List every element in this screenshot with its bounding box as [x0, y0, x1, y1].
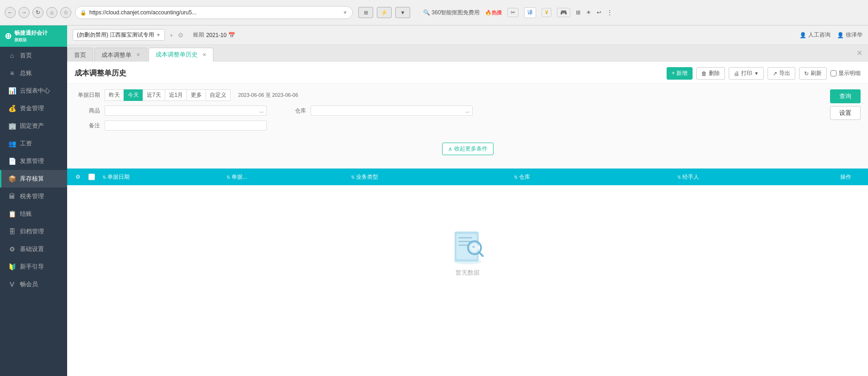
more-btn[interactable]: ⋮	[607, 9, 612, 16]
sidebar-item-closing[interactable]: 📋 结账	[0, 205, 67, 223]
filter-settings-btn[interactable]: 设置	[830, 106, 861, 120]
refresh-btn[interactable]: ↻	[32, 7, 44, 18]
show-cols-toggle[interactable]: 显示明细	[831, 69, 861, 77]
logo-text: 畅捷通好会计	[14, 29, 48, 37]
grid-btn[interactable]: ⊞	[358, 7, 373, 18]
export-btn[interactable]: ↗ 导出	[768, 67, 795, 80]
forward-btn[interactable]: →	[19, 7, 30, 18]
hot-search[interactable]: 🔥热搜	[485, 9, 502, 16]
money-btn[interactable]: ¥	[542, 8, 551, 17]
tab-home[interactable]: 首页	[67, 48, 93, 62]
warehouse-input[interactable]	[311, 106, 473, 116]
chevron-down-btn[interactable]: ▼	[395, 7, 410, 18]
th-checkbox[interactable]	[85, 174, 99, 180]
filter-area: 单据日期 昨天 今天 近7天 近1月 更多 自定义 2023-06-06 至 2…	[67, 84, 868, 169]
delete-btn[interactable]: 🗑 删除	[696, 67, 725, 80]
sidebar-item-label: 云报表中心	[20, 87, 50, 95]
sidebar-item-label: 总账	[20, 69, 32, 77]
tab-cost-adjust-label: 成本调整单	[101, 51, 131, 59]
empty-text: 暂无数据	[456, 269, 480, 277]
more-date-btn[interactable]: 更多	[187, 89, 206, 101]
7days-btn[interactable]: 近7天	[143, 89, 165, 101]
date-buttons: 昨天 今天 近7天 近1月 更多 自定义	[105, 89, 231, 101]
refresh-btn[interactable]: ↻ 刷新	[799, 67, 827, 80]
calendar-icon[interactable]: 📅	[228, 32, 235, 38]
sidebar-item-label: 发票管理	[20, 157, 44, 165]
period-value: 2021-10	[206, 32, 226, 38]
sidebar-item-payroll[interactable]: 👥 工资	[0, 135, 67, 152]
sort-icon: ⇅	[514, 175, 518, 180]
1month-btn[interactable]: 近1月	[165, 89, 187, 101]
collapse-btn[interactable]: ∧ 收起更多条件	[442, 143, 493, 155]
star-btn[interactable]: ☆	[60, 7, 71, 18]
th-biz-type[interactable]: ⇅ 业务类型	[347, 173, 510, 181]
table-container: ⚙ ⇅ 单据日期 ⇅ 单据... ⇅ 业务类型	[67, 169, 868, 314]
browser-chrome: ← → ↻ ⌂ ☆ 🔒 https://cloud.chanjet.com/ac…	[0, 0, 868, 25]
show-cols-checkbox[interactable]	[831, 70, 837, 76]
sidebar-item-label: 畅会员	[20, 280, 38, 288]
translate-btn[interactable]: 译	[524, 7, 536, 18]
brightness-btn[interactable]: ☀	[586, 9, 591, 16]
sidebar-item-invoice[interactable]: 📄 发票管理	[0, 152, 67, 170]
app-container: ⊕ 畅捷通好会计 旗舰版 ⌂ 首页 ≡ 总账 📊 云报表中心 💰 资金管理 🏢 …	[0, 25, 868, 376]
add-company-btn[interactable]: +	[169, 31, 173, 39]
sidebar-item-funds[interactable]: 💰 资金管理	[0, 100, 67, 117]
undo-btn[interactable]: ↩	[597, 9, 601, 16]
grid-apps-btn[interactable]: ⊞	[576, 9, 581, 16]
sidebar-item-home[interactable]: ⌂ 首页	[0, 47, 67, 64]
sidebar-item-vip[interactable]: V 畅会员	[0, 276, 67, 293]
header-checkbox[interactable]	[88, 174, 95, 180]
sidebar-item-inventory[interactable]: 📦 库存核算	[0, 170, 67, 188]
home-btn[interactable]: ⌂	[46, 7, 57, 18]
goods-warehouse-row: 商品 ... 仓库 ...	[75, 106, 821, 116]
tab-home-label: 首页	[74, 51, 86, 59]
goods-input[interactable]	[105, 106, 267, 116]
tab-cost-adjust[interactable]: 成本调整单 ✕	[94, 48, 147, 62]
yesterday-btn[interactable]: 昨天	[105, 89, 124, 101]
tab-cost-adjust-history[interactable]: 成本调整单历史 ✕	[149, 48, 213, 62]
query-btn[interactable]: 查询	[830, 89, 861, 103]
sidebar-item-reports[interactable]: 📊 云报表中心	[0, 82, 67, 100]
sidebar-item-label: 资金管理	[20, 104, 44, 113]
delete-icon: 🗑	[701, 70, 707, 77]
th-date[interactable]: ⇅ 单据日期	[99, 173, 223, 181]
company-selector[interactable]: (勿删勿禁用) 江西服宝测试专用 ▼	[73, 29, 165, 41]
remark-input[interactable]	[105, 120, 267, 131]
th-settings[interactable]: ⚙	[71, 174, 85, 180]
company-name: (勿删勿禁用) 江西服宝测试专用	[77, 31, 154, 39]
scissors-btn[interactable]: ✂	[507, 8, 518, 17]
tab-cost-adjust-close[interactable]: ✕	[136, 52, 140, 58]
user-info[interactable]: 👤 徐泽华	[837, 31, 862, 39]
address-bar[interactable]: 🔒 https://cloud.chanjet.com/accounting/u…	[75, 6, 353, 19]
print-dropdown-icon: ▼	[754, 71, 759, 76]
invoice-icon: 📄	[8, 157, 16, 165]
consult-btn[interactable]: 👤 人工咨询	[799, 31, 831, 39]
new-btn[interactable]: + 新增	[667, 67, 693, 80]
sidebar-item-label: 工资	[20, 139, 32, 148]
print-btn[interactable]: 🖨 打印 ▼	[729, 67, 764, 80]
custom-date-btn[interactable]: 自定义	[206, 89, 231, 101]
sidebar-logo[interactable]: ⊕ 畅捷通好会计 旗舰版	[0, 25, 67, 47]
empty-state: 暂无数据	[67, 185, 868, 314]
collapse-row: ∧ 收起更多条件	[75, 135, 861, 163]
back-btn[interactable]: ←	[5, 7, 16, 18]
th-num[interactable]: ⇅ 单据...	[223, 173, 347, 181]
settings-gear-icon[interactable]: ⚙	[178, 31, 184, 39]
table-header: ⚙ ⇅ 单据日期 ⇅ 单据... ⇅ 业务类型	[67, 169, 868, 185]
ledger-icon: ≡	[8, 69, 16, 77]
sidebar-item-guide[interactable]: 🔰 新手引导	[0, 258, 67, 276]
sidebar-item-archive[interactable]: 🗄 归档管理	[0, 223, 67, 240]
search-box[interactable]: 🔍 360智能抠图免费用	[423, 9, 480, 17]
th-handler[interactable]: ⇅ 经手人	[674, 173, 837, 181]
today-btn[interactable]: 今天	[124, 89, 143, 101]
game-btn[interactable]: 🎮	[557, 8, 570, 17]
lightning-btn[interactable]: ⚡	[377, 7, 392, 18]
tab-cost-adjust-history-close[interactable]: ✕	[202, 52, 206, 58]
sidebar-item-fixed-assets[interactable]: 🏢 固定资产	[0, 117, 67, 135]
sidebar-item-settings[interactable]: ⚙ 基础设置	[0, 240, 67, 258]
sidebar-item-ledger[interactable]: ≡ 总账	[0, 64, 67, 82]
th-warehouse[interactable]: ⇅ 仓库	[510, 173, 673, 181]
logo-sub: 旗舰版	[14, 37, 48, 43]
sidebar-item-tax[interactable]: 🏛 税务管理	[0, 188, 67, 205]
tabs-close-all-btn[interactable]: ✕	[851, 49, 868, 57]
